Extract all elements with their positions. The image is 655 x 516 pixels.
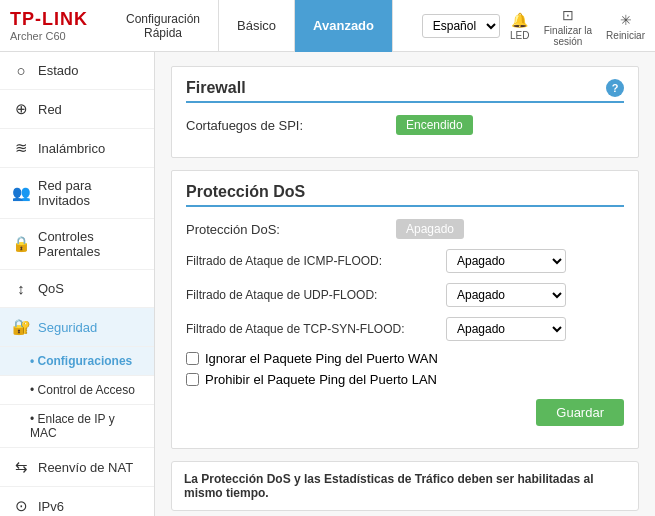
udp-dropdown[interactable]: Apagado Encendido: [446, 283, 566, 307]
sidebar-item-inalambrico[interactable]: ≋ Inalámbrico: [0, 129, 154, 168]
reiniciar-button[interactable]: ✳ Reiniciar: [606, 10, 645, 41]
icmp-label: Filtrado de Ataque de ICMP-FLOOD:: [186, 254, 436, 268]
firewall-section: Firewall ? Cortafuegos de SPI: Encendido: [171, 66, 639, 158]
layout: ○ Estado ⊕ Red ≋ Inalámbrico 👥 Red para …: [0, 52, 655, 516]
dos-protection-label: Protección DoS:: [186, 222, 386, 237]
tab-avanzado[interactable]: Avanzado: [295, 0, 393, 52]
sidebar-label-red: Red: [38, 102, 62, 117]
sidebar: ○ Estado ⊕ Red ≋ Inalámbrico 👥 Red para …: [0, 52, 155, 516]
sidebar-label-inalambrico: Inalámbrico: [38, 141, 105, 156]
icmp-dropdown[interactable]: Apagado Encendido: [446, 249, 566, 273]
checkbox-wan-row: Ignorar el Paquete Ping del Puerto WAN: [186, 351, 624, 366]
dos-section: Protección DoS Protección DoS: Apagado F…: [171, 170, 639, 449]
checkbox-lan-row: Prohibir el Paquete Ping del Puerto LAN: [186, 372, 624, 387]
tcp-dropdown[interactable]: Apagado Encendido: [446, 317, 566, 341]
spi-row: Cortafuegos de SPI: Encendido: [186, 115, 624, 135]
sidebar-item-qos[interactable]: ↕ QoS: [0, 270, 154, 308]
sidebar-label-estado: Estado: [38, 63, 78, 78]
sidebar-label-ipv6: IPv6: [38, 499, 64, 514]
dos-protection-row: Protección DoS: Apagado: [186, 219, 624, 239]
language-select[interactable]: Español English: [422, 14, 500, 38]
red-icon: ⊕: [12, 100, 30, 118]
sidebar-label-qos: QoS: [38, 281, 64, 296]
checkbox-wan-label: Ignorar el Paquete Ping del Puerto WAN: [205, 351, 438, 366]
qos-icon: ↕: [12, 280, 30, 297]
logo-brand: TP-LINK: [10, 9, 88, 30]
red-invitados-icon: 👥: [12, 184, 30, 202]
checkbox-lan[interactable]: [186, 373, 199, 386]
firewall-title: Firewall ?: [186, 79, 624, 103]
header: TP-LINK Archer C60 Configuración Rápida …: [0, 0, 655, 52]
seguridad-icon: 🔐: [12, 318, 30, 336]
sidebar-sub-enlace-ip-mac[interactable]: Enlace de IP y MAC: [0, 405, 154, 448]
dos-toggle[interactable]: Apagado: [396, 219, 464, 239]
sidebar-sub-control-acceso[interactable]: Control de Acceso: [0, 376, 154, 405]
checkbox-wan[interactable]: [186, 352, 199, 365]
save-button[interactable]: Guardar: [536, 399, 624, 426]
nav-tabs: Configuración Rápida Básico Avanzado: [108, 0, 412, 52]
spi-label: Cortafuegos de SPI:: [186, 118, 386, 133]
sidebar-sub-configuraciones[interactable]: Configuraciones: [0, 347, 154, 376]
sidebar-item-reenvio-nat[interactable]: ⇆ Reenvío de NAT: [0, 448, 154, 487]
sidebar-item-seguridad[interactable]: 🔐 Seguridad: [0, 308, 154, 347]
inalambrico-icon: ≋: [12, 139, 30, 157]
logo: TP-LINK Archer C60: [10, 9, 88, 42]
tab-configuracion[interactable]: Configuración Rápida: [108, 0, 219, 52]
dos-title: Protección DoS: [186, 183, 624, 207]
reenvio-icon: ⇆: [12, 458, 30, 476]
tcp-label: Filtrado de Ataque de TCP-SYN-FLOOD:: [186, 322, 436, 336]
sidebar-label-controles: Controles Parentales: [38, 229, 142, 259]
icmp-row: Filtrado de Ataque de ICMP-FLOOD: Apagad…: [186, 249, 624, 273]
ipv6-icon: ⊙: [12, 497, 30, 515]
sidebar-item-estado[interactable]: ○ Estado: [0, 52, 154, 90]
tcp-row: Filtrado de Ataque de TCP-SYN-FLOOD: Apa…: [186, 317, 624, 341]
sidebar-label-seguridad: Seguridad: [38, 320, 97, 335]
spi-toggle[interactable]: Encendido: [396, 115, 473, 135]
checkbox-lan-label: Prohibir el Paquete Ping del Puerto LAN: [205, 372, 437, 387]
sidebar-item-red[interactable]: ⊕ Red: [0, 90, 154, 129]
controles-icon: 🔒: [12, 235, 30, 253]
udp-row: Filtrado de Ataque de UDP-FLOOD: Apagado…: [186, 283, 624, 307]
sidebar-item-red-invitados[interactable]: 👥 Red para Invitados: [0, 168, 154, 219]
firewall-help-icon[interactable]: ?: [606, 79, 624, 97]
udp-label: Filtrado de Ataque de UDP-FLOOD:: [186, 288, 436, 302]
logo-model: Archer C60: [10, 30, 88, 42]
sidebar-label-red-invitados: Red para Invitados: [38, 178, 142, 208]
info-message: La Protección DoS y las Estadísticas de …: [171, 461, 639, 511]
tab-basico[interactable]: Básico: [219, 0, 295, 52]
main-content: Firewall ? Cortafuegos de SPI: Encendido…: [155, 52, 655, 516]
sidebar-item-ipv6[interactable]: ⊙ IPv6: [0, 487, 154, 516]
sidebar-label-reenvio: Reenvío de NAT: [38, 460, 133, 475]
finalizar-sesion-button[interactable]: ⊡ Finalizar lasesión: [544, 5, 592, 47]
estado-icon: ○: [12, 62, 30, 79]
led-icon-button[interactable]: 🔔 LED: [510, 10, 530, 41]
sidebar-item-controles-parentales[interactable]: 🔒 Controles Parentales: [0, 219, 154, 270]
header-icons: 🔔 LED ⊡ Finalizar lasesión ✳ Reiniciar: [510, 5, 645, 47]
